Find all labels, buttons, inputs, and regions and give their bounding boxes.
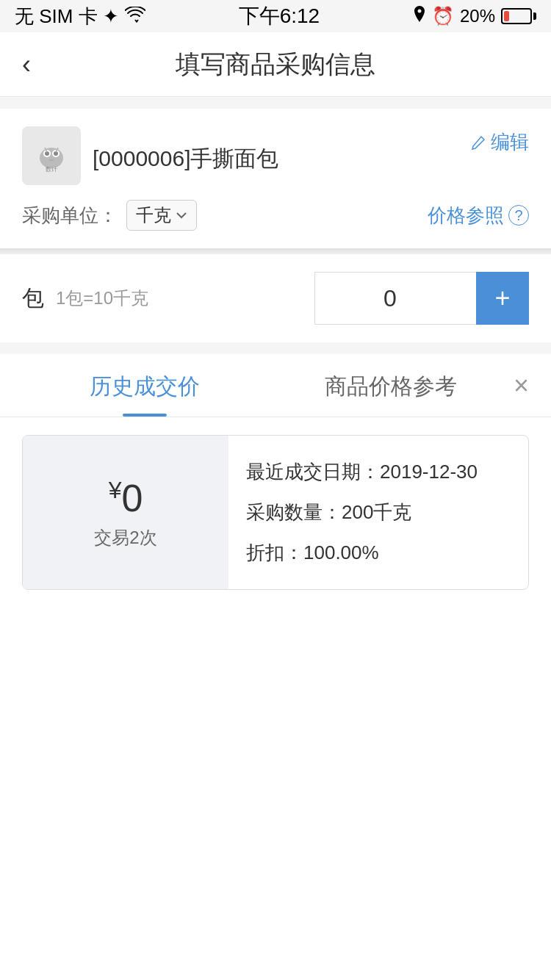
quantity-controls: +: [314, 272, 529, 325]
status-time: 下午6:12: [239, 2, 320, 30]
price-value: 0: [121, 477, 143, 519]
alarm-icon: ⏰: [432, 6, 454, 26]
nav-bar: ‹ 填写商品采购信息: [0, 32, 551, 97]
price-reference-button[interactable]: 价格参照 ?: [428, 203, 529, 228]
product-left: 数计 [0000006]手撕面包: [22, 126, 278, 185]
unit-label: 采购单位：: [22, 203, 118, 228]
quantity-unit: 包: [22, 284, 44, 314]
card-right: 最近成交日期：2019-12-30 采购数量：200千克 折扣：100.00%: [228, 436, 528, 589]
location-icon: [413, 6, 426, 26]
close-button[interactable]: ×: [514, 361, 529, 411]
edit-button[interactable]: 编辑: [470, 126, 529, 155]
content-spacer: [0, 608, 551, 980]
sim-status: 无 SIM 卡 ✦: [15, 4, 119, 29]
bottom-panel: 历史成交价 商品价格参考 × ¥0 交易2次 最近成交日期：2019-12-30…: [0, 354, 551, 608]
back-button[interactable]: ‹: [22, 49, 31, 80]
purchase-qty: 采购数量：200千克: [246, 498, 511, 527]
price-ref-label: 价格参照: [428, 203, 504, 228]
help-icon: ?: [508, 205, 529, 226]
quantity-plus-button[interactable]: +: [476, 272, 529, 325]
wifi-icon: [125, 5, 145, 28]
unit-select[interactable]: 千克: [126, 200, 197, 231]
status-right: ⏰ 20%: [413, 6, 536, 26]
product-unit-row: 采购单位： 千克 价格参照 ?: [22, 200, 529, 231]
tab-history-price[interactable]: 历史成交价: [22, 354, 267, 417]
svg-point-0: [40, 148, 63, 168]
edit-label: 编辑: [491, 129, 529, 155]
svg-text:数计: 数计: [46, 166, 57, 173]
recent-date: 最近成交日期：2019-12-30: [246, 458, 511, 486]
status-left: 无 SIM 卡 ✦: [15, 4, 145, 29]
tab-product-price-ref[interactable]: 商品价格参考: [267, 354, 513, 417]
trade-count: 交易2次: [94, 526, 156, 550]
card-container: ¥0 交易2次 最近成交日期：2019-12-30 采购数量：200千克 折扣：…: [0, 417, 551, 608]
card-price: ¥0: [109, 476, 143, 520]
product-section: 数计 [0000006]手撕面包 编辑 采购单位： 千克 价格参照 ?: [0, 109, 551, 248]
unit-value: 千克: [136, 203, 171, 227]
product-header: 数计 [0000006]手撕面包 编辑: [22, 126, 529, 185]
quantity-left: 包 1包=10千克: [22, 284, 148, 314]
section-divider: [0, 248, 551, 254]
product-name: [0000006]手撕面包: [93, 144, 278, 174]
info-card: ¥0 交易2次 最近成交日期：2019-12-30 采购数量：200千克 折扣：…: [22, 435, 529, 590]
quantity-input[interactable]: [314, 272, 476, 325]
discount: 折扣：100.00%: [246, 538, 511, 567]
price-symbol: ¥: [109, 476, 122, 502]
quantity-hint: 1包=10千克: [56, 287, 148, 310]
quantity-row: 包 1包=10千克 +: [0, 254, 551, 342]
page-title: 填写商品采购信息: [176, 48, 375, 82]
tab-bar: 历史成交价 商品价格参考 ×: [0, 354, 551, 417]
product-thumbnail: 数计: [22, 126, 81, 185]
status-bar: 无 SIM 卡 ✦ 下午6:12 ⏰ 20%: [0, 0, 551, 32]
card-left: ¥0 交易2次: [23, 436, 228, 589]
battery-percent: 20%: [460, 6, 495, 26]
battery-icon: [501, 8, 536, 24]
